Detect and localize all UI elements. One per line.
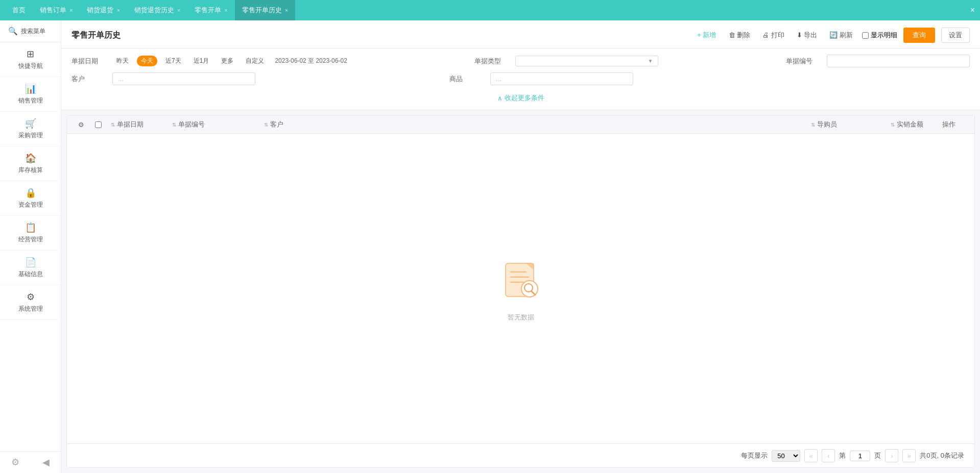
tab-close-sales-return-history[interactable]: ×	[177, 7, 180, 13]
collapse-conditions-label: 收起更多条件	[505, 93, 544, 103]
th-guide: ⇅ 导购员	[806, 120, 867, 129]
sidebar-item-operations[interactable]: 📋 经营管理	[0, 216, 61, 251]
sidebar-label-operations: 经营管理	[18, 235, 43, 244]
sidebar-item-basic-info[interactable]: 📄 基础信息	[0, 251, 61, 285]
sidebar-item-purchase-mgmt[interactable]: 🛒 采购管理	[0, 112, 61, 146]
tab-close-sales-return[interactable]: ×	[116, 7, 119, 13]
filter-row-2: 客户 ... 商品 ...	[71, 72, 970, 85]
tab-close-retail-open[interactable]: ×	[224, 7, 227, 13]
settings-button[interactable]: 设置	[941, 28, 970, 43]
tab-close-sales-order[interactable]: ×	[69, 7, 73, 13]
toolbar: + 新增 🗑 删除 🖨 打印 ⬇ 导出 🔄 刷新 显示明细 查询 设置	[694, 28, 970, 43]
sidebar-label-purchase-mgmt: 采购管理	[18, 131, 43, 140]
sidebar-label-basic-info: 基础信息	[18, 270, 43, 279]
refresh-button[interactable]: 🔄 刷新	[826, 29, 856, 42]
next-page-btn[interactable]: ›	[885, 449, 898, 462]
product-label: 商品	[449, 74, 480, 84]
sidebar-bottom: ⚙ ◀	[0, 451, 61, 473]
page-suffix: 页	[874, 451, 881, 460]
page-number-input[interactable]	[850, 451, 870, 461]
tab-sales-order[interactable]: 销售订单 ×	[33, 0, 80, 20]
sort-customer-icon[interactable]: ⇅	[264, 122, 268, 128]
sort-guide-icon[interactable]: ⇅	[811, 122, 815, 128]
tab-sales-return-history[interactable]: 销货退货历史 ×	[127, 0, 187, 20]
sales-mgmt-icon: 📊	[25, 83, 36, 94]
product-select[interactable]: ...	[490, 72, 633, 85]
tab-home[interactable]: 首页	[5, 0, 33, 20]
delete-button[interactable]: 🗑 删除	[726, 29, 754, 42]
inventory-icon: 🏠	[25, 153, 36, 164]
operations-icon: 📋	[25, 222, 36, 233]
date-btn-more[interactable]: 更多	[217, 56, 237, 66]
sidebar-label-finance: 资金管理	[18, 201, 43, 209]
th-order-no: ⇅ 单据编号	[167, 120, 259, 129]
sidebar-item-finance[interactable]: 🔒 资金管理	[0, 181, 61, 216]
date-btn-today[interactable]: 今天	[137, 56, 157, 66]
date-btn-custom[interactable]: 自定义	[242, 56, 268, 66]
main-layout: 🔍 搜索菜单 ⊞ 快捷导航 📊 销售管理 🛒 采购管理 🏠 库存核算 🔒 资金管…	[0, 20, 980, 473]
date-shortcuts: 昨天 今天 近7天 近1月 更多 自定义 2023-06-02 至 2023-0…	[112, 56, 347, 66]
th-customer: ⇅ 客户	[259, 120, 806, 129]
select-all-checkbox-cell[interactable]	[90, 121, 106, 128]
tab-retail-open-history[interactable]: 零售开单历史 ×	[235, 0, 295, 20]
sort-order-no-icon[interactable]: ⇅	[172, 122, 176, 128]
collapse-conditions-btn[interactable]: ∧ 收起更多条件	[71, 90, 970, 104]
sidebar-label-sales-mgmt: 销售管理	[18, 96, 43, 105]
per-page-label: 每页显示	[741, 451, 768, 460]
empty-state: 暂无数据	[67, 134, 974, 443]
sort-amount-icon[interactable]: ⇅	[891, 122, 895, 128]
column-settings-icon[interactable]: ⚙	[72, 121, 90, 129]
date-btn-last1month[interactable]: 近1月	[189, 56, 213, 66]
date-btn-last7[interactable]: 近7天	[161, 56, 185, 66]
th-action: 操作	[928, 120, 969, 129]
table-header: ⚙ ⇅ 单据日期 ⇅ 单据编号 ⇅ 客户 ⇅ 导购员	[67, 116, 974, 134]
pagination: 每页显示 50 10 20 100 « ‹ 第 页 › » 共0页, 0条记录	[67, 443, 974, 467]
top-bar: 首页 销售订单 × 销货退货 × 销货退货历史 × 零售开单 × 零售开单历史 …	[0, 0, 980, 20]
th-date: ⇅ 单据日期	[106, 120, 167, 129]
last-page-btn[interactable]: »	[902, 449, 916, 462]
basic-info-icon: 📄	[25, 257, 36, 268]
th-amount: ⇅ 实销金额	[867, 120, 928, 129]
page-title: 零售开单历史	[71, 30, 121, 41]
tab-close-retail-open-history[interactable]: ×	[285, 7, 288, 13]
add-button[interactable]: + 新增	[694, 29, 719, 42]
total-info: 共0页, 0条记录	[920, 451, 964, 460]
table-container: ⚙ ⇅ 单据日期 ⇅ 单据编号 ⇅ 客户 ⇅ 导购员	[66, 115, 975, 468]
sidebar-item-quick-nav[interactable]: ⊞ 快捷导航	[0, 42, 61, 77]
sidebar-item-system-mgmt[interactable]: ⚙ 系统管理	[0, 285, 61, 320]
export-button[interactable]: ⬇ 导出	[794, 29, 821, 42]
collapse-sidebar-icon[interactable]: ◀	[42, 457, 50, 468]
date-range-display: 2023-06-02 至 2023-06-02	[275, 57, 347, 65]
system-mgmt-icon: ⚙	[27, 291, 35, 303]
prev-page-btn[interactable]: ‹	[822, 449, 835, 462]
show-detail-label: 显示明细	[871, 31, 897, 40]
show-detail-checkbox[interactable]	[862, 32, 869, 39]
order-type-select[interactable]: ▼	[515, 56, 658, 66]
tab-retail-open[interactable]: 零售开单 ×	[187, 0, 234, 20]
tab-sales-return[interactable]: 销货退货 ×	[80, 0, 127, 20]
sidebar-search[interactable]: 🔍 搜索菜单	[0, 20, 61, 42]
window-close-btn[interactable]: ×	[970, 6, 975, 15]
sidebar: 🔍 搜索菜单 ⊞ 快捷导航 📊 销售管理 🛒 采购管理 🏠 库存核算 🔒 资金管…	[0, 20, 61, 473]
sidebar-label-inventory: 库存核算	[18, 166, 43, 175]
order-type-label: 单据类型	[474, 57, 505, 66]
sort-date-icon[interactable]: ⇅	[111, 122, 115, 128]
per-page-select[interactable]: 50 10 20 100	[772, 450, 800, 462]
date-btn-yesterday[interactable]: 昨天	[112, 56, 133, 66]
page-label: 第	[839, 451, 846, 460]
sidebar-item-inventory[interactable]: 🏠 库存核算	[0, 146, 61, 181]
show-detail-checkbox-label[interactable]: 显示明细	[862, 31, 897, 40]
product-placeholder: ...	[496, 75, 628, 83]
print-button[interactable]: 🖨 打印	[759, 29, 787, 42]
sidebar-item-sales-mgmt[interactable]: 📊 销售管理	[0, 77, 61, 112]
first-page-btn[interactable]: «	[804, 449, 818, 462]
order-type-arrow-icon: ▼	[648, 58, 653, 64]
customer-placeholder: ...	[118, 75, 250, 83]
customer-select[interactable]: ...	[112, 72, 255, 85]
settings-gear-icon[interactable]: ⚙	[11, 457, 19, 468]
collapse-up-icon: ∧	[497, 94, 503, 102]
order-no-input[interactable]	[827, 55, 970, 67]
filter-area: 单据日期 昨天 今天 近7天 近1月 更多 自定义 2023-06-02 至 2…	[61, 48, 980, 110]
select-all-checkbox[interactable]	[95, 121, 102, 128]
query-button[interactable]: 查询	[903, 28, 935, 43]
